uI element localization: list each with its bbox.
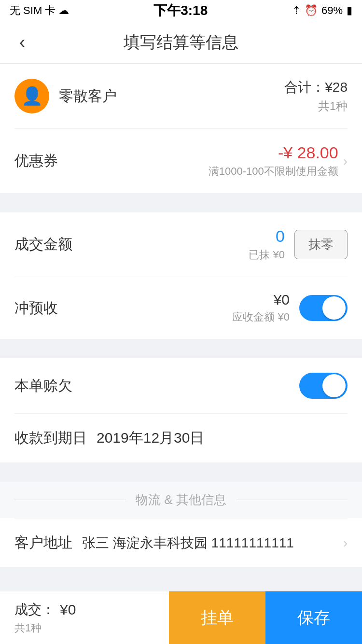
status-time: 下午3:18 [153, 1, 208, 20]
customer-total: 合计：¥28 [284, 78, 348, 97]
duedate-label: 收款到期日 [14, 428, 87, 448]
prereceipt-row: 冲预收 ¥0 应收金额 ¥0 [0, 277, 362, 339]
coupon-label: 优惠券 [14, 151, 58, 171]
bottom-deal-label: 成交： [14, 601, 55, 619]
duedate-row: 收款到期日 2019年12月30日 [0, 414, 362, 462]
prereceipt-toggle[interactable] [299, 295, 348, 321]
round-button[interactable]: 抹零 [294, 230, 348, 259]
amount-label: 成交金额 [14, 235, 72, 254]
address-value: 张三 海淀永丰科技园 11111111111 [82, 534, 343, 552]
nav-bar: ‹ 填写结算等信息 [0, 21, 362, 64]
address-chevron-icon: › [343, 535, 348, 551]
save-button[interactable]: 保存 [265, 591, 362, 644]
bottom-deal-amount: ¥0 [60, 602, 76, 618]
amount-value: 0 [249, 227, 285, 246]
transaction-section: 成交金额 0 已抹 ¥0 抹零 冲预收 ¥0 应收金额 ¥0 [0, 212, 362, 339]
chevron-right-icon: › [343, 154, 348, 169]
address-row[interactable]: 客户地址 张三 海淀永丰科技园 11111111111 › [0, 518, 362, 567]
bottom-info: 成交： ¥0 共1种 [0, 601, 169, 635]
section-gap-1 [0, 203, 362, 212]
debt-label: 本单赊欠 [14, 376, 72, 396]
toggle-knob [322, 296, 346, 320]
customer-section: 👤 零散客户 合计：¥28 共1种 优惠券 -¥ 28.00 满1000-100… [0, 64, 362, 193]
section-gap-3 [0, 472, 362, 482]
coupon-desc: 满1000-100不限制使用金额 [209, 164, 338, 179]
debt-row: 本单赊欠 [0, 358, 362, 413]
address-label: 客户地址 [14, 533, 82, 553]
amount-right: 0 已抹 ¥0 抹零 [249, 227, 348, 262]
coupon-amount: -¥ 28.00 [209, 143, 338, 162]
logistics-text: 物流 & 其他信息 [136, 491, 226, 508]
customer-name: 零散客户 [59, 86, 117, 106]
alarm-icon: ⏰ [305, 4, 318, 17]
debt-toggle-knob [322, 374, 346, 397]
prereceipt-sub: 应收金额 ¥0 [232, 310, 290, 324]
logistics-line-right [236, 500, 348, 500]
prereceipt-values: ¥0 应收金额 ¥0 [232, 292, 290, 324]
customer-left: 👤 零散客户 [14, 79, 117, 113]
page-title: 填写结算等信息 [124, 31, 238, 54]
duedate-value: 2019年12月30日 [97, 428, 204, 448]
debt-toggle[interactable] [299, 373, 348, 399]
logistics-separator: 物流 & 其他信息 [0, 482, 362, 518]
coupon-right: -¥ 28.00 满1000-100不限制使用金额 › [209, 143, 348, 179]
prereceipt-main: ¥0 [232, 292, 290, 308]
customer-right: 合计：¥28 共1种 [284, 78, 348, 114]
section-gap-2 [0, 349, 362, 358]
amount-row: 成交金额 0 已抹 ¥0 抹零 [0, 212, 362, 277]
bottom-count: 共1种 [14, 621, 154, 635]
logistics-line-left [14, 500, 126, 500]
bottom-deal: 成交： ¥0 [14, 601, 154, 619]
customer-count: 共1种 [284, 98, 348, 114]
debt-section: 本单赊欠 收款到期日 2019年12月30日 [0, 358, 362, 462]
sim-label: 无 SIM 卡 ☁ [10, 3, 69, 18]
coupon-content: -¥ 28.00 满1000-100不限制使用金额 [209, 143, 338, 179]
amount-value-block: 0 已抹 ¥0 [249, 227, 285, 262]
pending-button[interactable]: 挂单 [169, 591, 265, 644]
bottom-bar: 成交： ¥0 共1种 挂单 保存 [0, 591, 362, 644]
battery-label: 69% [321, 4, 343, 17]
status-bar: 无 SIM 卡 ☁ 下午3:18 ⇡ ⏰ 69% ▮ [0, 0, 362, 21]
logistics-section: 物流 & 其他信息 客户地址 张三 海淀永丰科技园 11111111111 › [0, 482, 362, 567]
avatar-icon: 👤 [21, 86, 43, 106]
status-right: ⇡ ⏰ 69% ▮ [292, 4, 352, 17]
status-left: 无 SIM 卡 ☁ [10, 3, 69, 18]
customer-row: 👤 零散客户 合计：¥28 共1种 [0, 64, 362, 128]
battery-icon: ▮ [347, 4, 352, 17]
prereceipt-label: 冲预收 [14, 298, 58, 318]
prereceipt-right: ¥0 应收金额 ¥0 [232, 292, 348, 324]
content-area: 👤 零散客户 合计：¥28 共1种 优惠券 -¥ 28.00 满1000-100… [0, 64, 362, 644]
location-icon: ⇡ [292, 4, 301, 17]
amount-sub: 已抹 ¥0 [249, 248, 285, 262]
coupon-row[interactable]: 优惠券 -¥ 28.00 满1000-100不限制使用金额 › [0, 129, 362, 193]
customer-avatar: 👤 [14, 79, 49, 113]
back-button[interactable]: ‹ [14, 28, 30, 57]
